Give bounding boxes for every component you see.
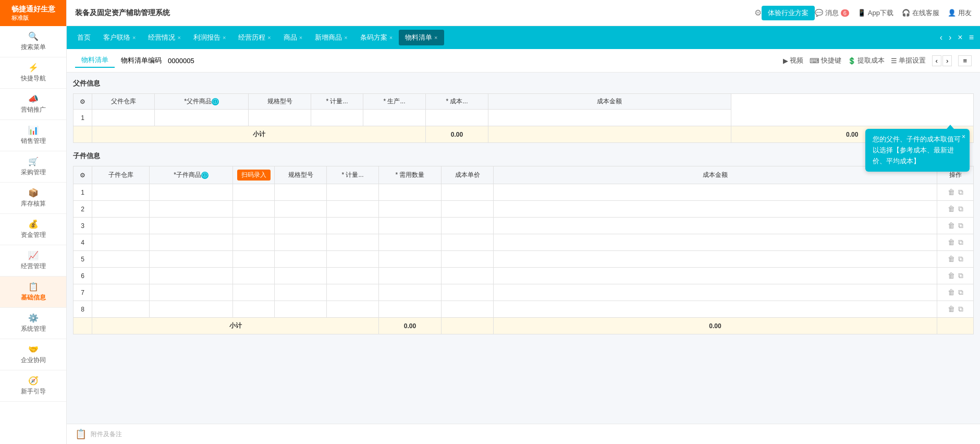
delete-icon-row-4[interactable]: 🗑 (948, 238, 955, 247)
copy-icon-row-4[interactable]: ⧉ (958, 238, 963, 247)
child-col-settings[interactable]: ⚙ (74, 166, 92, 184)
child-row-8-qty[interactable] (379, 301, 442, 318)
sidebar-item-system[interactable]: ⚙️ 系统管理 (0, 308, 66, 339)
child-row-5-unit[interactable] (327, 251, 379, 268)
child-row-6-cost-amount[interactable] (494, 268, 937, 284)
child-row-6-spec[interactable] (275, 268, 327, 284)
sidebar-item-operations[interactable]: 📈 经营管理 (0, 245, 66, 277)
child-row-2-unit[interactable] (327, 201, 379, 218)
nav-tab-history-close[interactable]: × (267, 34, 271, 41)
nav-menu-button[interactable]: ≡ (967, 32, 976, 43)
sidebar-item-finance[interactable]: 💰 资金管理 (0, 214, 66, 245)
sidebar-item-guide[interactable]: 🧭 新手引导 (0, 370, 66, 402)
nav-tab-barcode-close[interactable]: × (389, 34, 393, 41)
sub-tab-bom[interactable]: 物料清单 (75, 53, 115, 68)
app-download-action[interactable]: 📱 App下载 (858, 8, 893, 18)
child-row-3-unit[interactable] (327, 218, 379, 234)
shortcut-action[interactable]: ⌨ 快捷键 (810, 56, 841, 65)
child-row-1-spec[interactable] (275, 184, 327, 201)
child-row-5-unit-cost[interactable] (442, 251, 494, 268)
nav-tab-barcode[interactable]: 条码方案 × (354, 30, 399, 45)
gear-icon[interactable]: ⚙ (754, 8, 762, 18)
sidebar-item-basic-info[interactable]: 📋 基础信息 (0, 277, 66, 308)
child-row-7-qty[interactable] (379, 284, 442, 301)
child-row-6-warehouse[interactable] (92, 268, 150, 284)
child-row-8-spec[interactable] (275, 301, 327, 318)
child-row-5-warehouse[interactable] (92, 251, 150, 268)
trial-button[interactable]: 体验行业方案 (762, 6, 815, 20)
prev-record-button[interactable]: ‹ (932, 55, 941, 66)
child-row-1-unit[interactable] (327, 184, 379, 201)
child-row-7-cost-amount[interactable] (494, 284, 937, 301)
child-row-3-qty[interactable] (379, 218, 442, 234)
nav-tab-operations-close[interactable]: × (177, 34, 180, 41)
delete-icon-row-7[interactable]: 🗑 (948, 288, 955, 297)
nav-tab-profit-close[interactable]: × (223, 34, 226, 41)
copy-icon-row-7[interactable]: ⧉ (958, 288, 963, 297)
parent-row-1-warehouse[interactable] (92, 110, 155, 126)
delete-icon-row-8[interactable]: 🗑 (948, 305, 955, 314)
nav-next-button[interactable]: › (947, 32, 953, 43)
delete-icon-row-5[interactable]: 🗑 (948, 255, 955, 263)
child-row-1-warehouse[interactable] (92, 184, 150, 201)
child-row-8-cost-amount[interactable] (494, 301, 937, 318)
nav-tab-profit[interactable]: 利润报告 × (187, 30, 232, 45)
child-row-2-qty[interactable] (379, 201, 442, 218)
delete-icon-row-2[interactable]: 🗑 (948, 205, 955, 213)
sidebar-item-inventory[interactable]: 📦 库存核算 (0, 183, 66, 214)
message-action[interactable]: 💬 消息 6 (815, 8, 849, 18)
child-row-6-unit-cost[interactable] (442, 268, 494, 284)
parent-col-settings[interactable]: ⚙ (74, 94, 92, 110)
child-row-4-qty[interactable] (379, 234, 442, 251)
nav-tab-history[interactable]: 经营历程 × (232, 30, 277, 45)
scan-button[interactable]: 扫码录入 (237, 170, 271, 181)
child-row-2-spec[interactable] (275, 201, 327, 218)
child-row-5-goods[interactable] (150, 251, 233, 268)
child-row-2-warehouse[interactable] (92, 201, 150, 218)
parent-row-1-cost-amount[interactable] (488, 110, 731, 126)
copy-icon-row-1[interactable]: ⧉ (958, 188, 963, 197)
delete-icon-row-1[interactable]: 🗑 (948, 188, 955, 197)
nav-tab-goods[interactable]: 商品 × (277, 30, 309, 45)
sidebar-item-purchase[interactable]: 🛒 采购管理 (0, 151, 66, 183)
child-row-4-unit-cost[interactable] (442, 234, 494, 251)
child-row-7-goods[interactable] (150, 284, 233, 301)
child-row-6-goods[interactable] (150, 268, 233, 284)
nav-tab-home[interactable]: 首页 (71, 30, 97, 45)
nav-tab-operations[interactable]: 经营情况 × (142, 30, 187, 45)
nav-tab-bom[interactable]: 物料清单 × (399, 30, 444, 45)
video-action[interactable]: ▶ 视频 (783, 56, 803, 65)
child-row-5-qty[interactable] (379, 251, 442, 268)
parent-row-1-cost[interactable] (426, 110, 488, 126)
list-view-button[interactable]: ≡ (958, 55, 972, 66)
delete-icon-row-3[interactable]: 🗑 (948, 221, 955, 230)
copy-icon-row-2[interactable]: ⧉ (958, 205, 963, 213)
child-row-6-qty[interactable] (379, 268, 442, 284)
tooltip-close-button[interactable]: × (962, 132, 965, 142)
parent-row-1-unit[interactable] (311, 110, 363, 126)
parent-row-1-produce[interactable] (363, 110, 426, 126)
child-row-2-goods[interactable] (150, 201, 233, 218)
copy-icon-row-5[interactable]: ⧉ (958, 255, 963, 263)
nav-tab-customers-close[interactable]: × (132, 34, 136, 41)
child-row-1-unit-cost[interactable] (442, 184, 494, 201)
child-row-3-spec[interactable] (275, 218, 327, 234)
child-row-5-spec[interactable] (275, 251, 327, 268)
child-row-2-cost-amount[interactable] (494, 201, 937, 218)
child-row-7-unit[interactable] (327, 284, 379, 301)
child-row-4-cost-amount[interactable] (494, 234, 937, 251)
child-row-3-cost-amount[interactable] (494, 218, 937, 234)
delete-icon-row-6[interactable]: 🗑 (948, 271, 955, 280)
child-row-6-unit[interactable] (327, 268, 379, 284)
parent-row-1-spec[interactable] (249, 110, 311, 126)
child-row-8-goods[interactable] (150, 301, 233, 318)
extract-cost-action[interactable]: 💲 提取成本 (848, 56, 885, 65)
nav-tab-goods-close[interactable]: × (299, 34, 302, 41)
child-row-8-unit[interactable] (327, 301, 379, 318)
child-row-2-unit-cost[interactable] (442, 201, 494, 218)
child-row-1-goods[interactable] (150, 184, 233, 201)
child-row-4-unit[interactable] (327, 234, 379, 251)
child-row-1-qty[interactable] (379, 184, 442, 201)
sidebar-item-quick-nav[interactable]: ⚡ 快捷导航 (0, 57, 66, 89)
child-row-7-warehouse[interactable] (92, 284, 150, 301)
